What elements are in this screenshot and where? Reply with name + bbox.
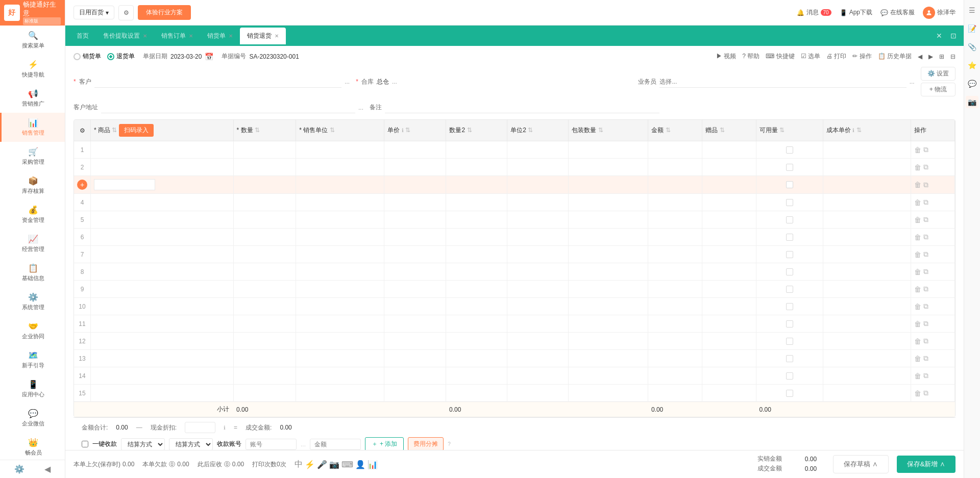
select-btn[interactable]: ☑ 选单 — [801, 52, 820, 61]
tab-return-close[interactable]: ✕ — [275, 33, 279, 39]
topbar-settings-button[interactable]: ⚙ — [118, 5, 134, 20]
discount-info-icon[interactable]: ℹ — [224, 425, 226, 431]
gift-checkbox[interactable] — [786, 372, 793, 380]
delete-row-btn[interactable]: 🗑 — [914, 320, 921, 328]
tab-price[interactable]: 售价提取设置 ✕ — [96, 28, 154, 44]
sidebar-item-member[interactable]: 👑 畅会员 — [0, 433, 65, 460]
cn-icon[interactable]: 中 — [295, 459, 303, 470]
settings-btn[interactable]: ⚙️ 设置 — [921, 67, 955, 81]
sidebar-item-enterprise[interactable]: 🤝 企业协同 — [0, 316, 65, 345]
delete-row-btn[interactable]: 🗑 — [914, 268, 921, 276]
gift-checkbox[interactable] — [786, 355, 793, 362]
rs-clip-icon[interactable]: 📎 — [966, 41, 978, 53]
delete-row-btn[interactable]: 🗑 — [914, 389, 921, 397]
maximize-btn[interactable]: ⊡ — [947, 31, 960, 41]
gift-checkbox[interactable] — [786, 303, 793, 310]
calendar-icon[interactable]: 📅 — [205, 53, 213, 61]
copy-row-btn[interactable]: ⧉ — [923, 354, 928, 363]
gift-checkbox[interactable] — [786, 181, 793, 188]
tab-shipment-close[interactable]: ✕ — [229, 33, 233, 39]
sidebar-item-wechat[interactable]: 💬 企业微信 — [0, 404, 65, 433]
delete-row-btn[interactable]: 🗑 — [914, 337, 921, 345]
print-btn[interactable]: 🖨 打印 — [826, 52, 846, 61]
gift-checkbox[interactable] — [786, 268, 793, 275]
discount-input[interactable] — [185, 422, 215, 433]
sort-icon-unit[interactable]: ⇅ — [330, 127, 335, 134]
tab-home[interactable]: 首页 — [69, 28, 96, 44]
copy-row-btn[interactable]: ⧉ — [923, 285, 928, 293]
save-new-btn[interactable]: 保存&新增 ∧ — [897, 456, 955, 473]
close-tab-btn[interactable]: ✕ — [933, 31, 945, 41]
sort-icon-qty2[interactable]: ⇅ — [467, 127, 472, 134]
copy-row-btn[interactable]: ⧉ — [923, 198, 928, 207]
sidebar-item-appstore[interactable]: 📱 应用中心 — [0, 374, 65, 404]
flash-icon[interactable]: ⚡ — [305, 459, 315, 470]
mic-icon[interactable]: 🎤 — [317, 459, 327, 470]
tab-return[interactable]: 销货退货 ✕ — [240, 28, 286, 44]
tab-shipment[interactable]: 销货单 ✕ — [200, 28, 240, 44]
prev-btn[interactable]: ◀ — [918, 52, 922, 61]
scan-btn[interactable]: 扫码录入 — [119, 124, 154, 137]
sidebar-item-marketing[interactable]: 📢 营销推广 — [0, 84, 65, 113]
rs-star-icon[interactable]: ⭐ — [966, 59, 978, 71]
settlement-select[interactable]: 结算方式 现金 银行转账 — [121, 438, 165, 450]
radio-return[interactable]: 退货单 — [107, 52, 135, 61]
video-help-btn[interactable]: ▶ 视频 — [716, 52, 736, 61]
delete-row-btn[interactable]: 🗑 — [914, 198, 921, 207]
calc-select[interactable]: 结算方式 — [169, 438, 213, 450]
salesperson-dots[interactable]: ... — [910, 78, 915, 85]
sidebar-settings-btn[interactable]: ⚙️ — [14, 464, 24, 474]
copy-row-btn[interactable]: ⧉ — [923, 319, 928, 328]
grid-view-2-btn[interactable]: ⊟ — [950, 52, 955, 61]
delete-row-btn[interactable]: 🗑 — [914, 250, 921, 259]
gift-checkbox[interactable] — [786, 286, 793, 293]
warehouse-dots[interactable]: ... — [392, 78, 397, 85]
shortcut-btn[interactable]: ⌨ 快捷键 — [766, 52, 794, 61]
gift-checkbox[interactable] — [786, 199, 793, 206]
delete-row-btn[interactable]: 🗑 — [914, 355, 921, 363]
copy-row-btn[interactable]: ⧉ — [923, 389, 928, 397]
copy-row-btn[interactable]: ⧉ — [923, 267, 928, 276]
sidebar-item-guide[interactable]: 🗺️ 新手引导 — [0, 345, 65, 374]
gift-checkbox[interactable] — [786, 390, 793, 397]
copy-row-btn[interactable]: ⧉ — [923, 337, 928, 345]
sidebar-item-purchase[interactable]: 🛒 采购管理 — [0, 142, 65, 171]
keyboard-icon[interactable]: ⌨ — [341, 459, 353, 470]
sort-icon-available[interactable]: ⇅ — [779, 127, 785, 134]
sort-icon-amount[interactable]: ⇅ — [666, 127, 671, 134]
sidebar-item-operations[interactable]: 📈 经营管理 — [0, 229, 65, 258]
next-btn[interactable]: ▶ — [928, 52, 933, 61]
product-input[interactable] — [94, 179, 155, 190]
add-payment-btn[interactable]: ＋ + 添加 — [365, 437, 404, 450]
sidebar-item-inventory[interactable]: 📦 库存核算 — [0, 171, 65, 200]
help-btn[interactable]: ? 帮助 — [742, 52, 760, 61]
tab-price-close[interactable]: ✕ — [143, 33, 147, 39]
gift-checkbox[interactable] — [786, 251, 793, 258]
camera-icon[interactable]: 📷 — [329, 459, 339, 470]
sort-icon-pack[interactable]: ⇅ — [598, 127, 603, 134]
sidebar-item-system[interactable]: ⚙️ 系统管理 — [0, 287, 65, 316]
sidebar-item-shortcut[interactable]: ⚡ 快捷导航 — [0, 55, 65, 84]
delete-row-btn[interactable]: 🗑 — [914, 181, 921, 189]
price-info-icon[interactable]: ℹ — [402, 128, 404, 133]
history-btn[interactable]: 📋 历史单据 — [878, 52, 912, 61]
save-draft-btn[interactable]: 保存草稿 ∧ — [833, 455, 889, 473]
salesperson-input[interactable] — [659, 76, 906, 88]
copy-row-btn[interactable]: ⧉ — [923, 163, 928, 171]
one-click-checkbox[interactable] — [82, 441, 88, 447]
delete-row-btn[interactable]: 🗑 — [914, 233, 921, 241]
rs-note-icon[interactable]: 📝 — [966, 22, 978, 35]
sort-icon-gift[interactable]: ⇅ — [720, 127, 725, 134]
sidebar-item-search[interactable]: 🔍 搜索菜单 — [0, 26, 65, 55]
gift-checkbox[interactable] — [786, 320, 793, 328]
grid-view-1-btn[interactable]: ⊞ — [939, 52, 944, 61]
delete-row-btn[interactable]: 🗑 — [914, 285, 921, 293]
sidebar-item-sales[interactable]: 📊 销售管理 — [0, 113, 65, 142]
sort-icon[interactable]: ⇅ — [112, 127, 117, 134]
delete-row-btn[interactable]: 🗑 — [914, 163, 921, 171]
copy-row-btn[interactable]: ⧉ — [923, 302, 928, 311]
cost-price-info-icon[interactable]: ℹ — [852, 128, 854, 133]
user-icon[interactable]: 👤 — [355, 459, 365, 470]
logistics-btn[interactable]: + 物流 — [921, 83, 955, 96]
address-input[interactable] — [101, 102, 355, 113]
